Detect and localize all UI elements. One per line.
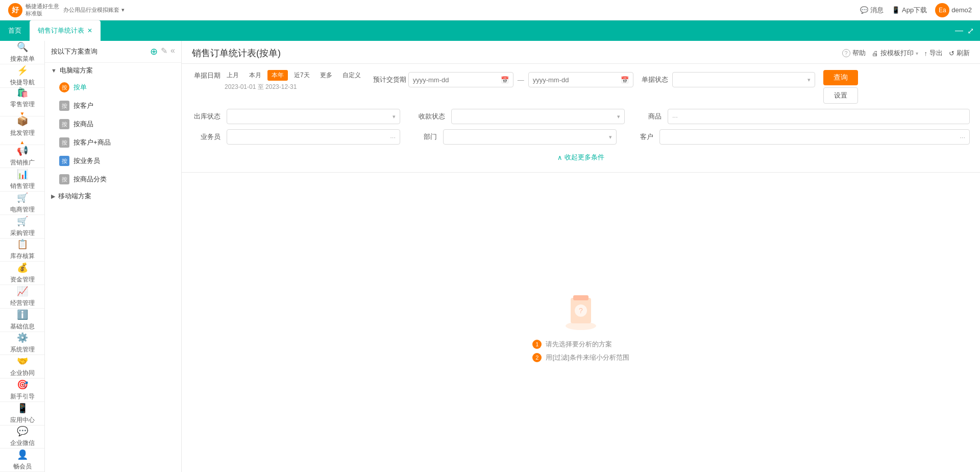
salesperson-label: 业务员: [192, 132, 220, 141]
export-btn[interactable]: ↑ 导出: [924, 49, 943, 58]
empty-hint-1: 1 请先选择要分析的方案: [532, 340, 629, 349]
sidebar-item-search-menu[interactable]: 🔍 搜索菜单: [0, 41, 44, 64]
left-panel-actions: ⊕ ✎ «: [150, 46, 175, 57]
print-icon: 🖨: [872, 50, 878, 57]
expected-date-end-field[interactable]: [533, 76, 619, 84]
collapse-panel-icon[interactable]: «: [170, 46, 175, 57]
maximize-icon[interactable]: ⤢: [967, 26, 974, 36]
product-input[interactable]: ···: [668, 109, 970, 124]
sidebar-item-purchase[interactable]: 🛒 采购管理: [0, 215, 44, 239]
empty-hints: 1 请先选择要分析的方案 2 用[过滤]条件来缩小分析范围: [532, 340, 629, 362]
sidebar: 🔍 搜索菜单 ⚡ 快捷导航 🛍️ 零售管理 ▼ 📦 批发管理 ▲ 📢 营销推广 …: [0, 41, 45, 472]
scheme-item-by-customer-product[interactable]: 按 按客户+商品: [45, 133, 181, 152]
add-scheme-icon[interactable]: ⊕: [150, 46, 158, 57]
wechat-icon: 💬: [17, 426, 28, 437]
scheme-item-by-product[interactable]: 按 按商品: [45, 115, 181, 133]
sidebar-item-enterprise-wechat[interactable]: 💬 企业微信: [0, 426, 44, 449]
setting-button[interactable]: 设置: [823, 87, 858, 104]
collapse-section: ∧ 收起更多条件: [192, 149, 970, 166]
app-download-btn[interactable]: 📱 App下载: [892, 6, 927, 15]
template-print-btn[interactable]: 🖨 按模板打印 ▾: [872, 49, 918, 58]
scheme-section-mobile[interactable]: ▶ 移动端方案: [45, 188, 181, 204]
app-icon: 📱: [892, 6, 900, 14]
expected-date-start-input[interactable]: 📅: [408, 72, 513, 87]
retail-icon: 🛍️: [17, 87, 28, 98]
collection-status-select[interactable]: ▾: [451, 109, 625, 124]
avatar: Ea: [935, 3, 949, 17]
date-btn-last-month[interactable]: 上月: [223, 70, 243, 81]
help-btn[interactable]: ? 帮助: [842, 49, 866, 58]
sidebar-item-finance[interactable]: 💰 资金管理: [0, 262, 44, 285]
collapse-up-icon: ∧: [557, 154, 562, 161]
product-dots: ···: [672, 113, 678, 121]
action-buttons-group: 查询 设置: [823, 70, 858, 104]
sidebar-item-retail-mgmt[interactable]: 🛍️ 零售管理 ▼: [0, 88, 44, 116]
company-select[interactable]: 办公用品行业模拟账套 ▾: [63, 6, 125, 14]
refresh-btn[interactable]: ↺ 刷新: [949, 49, 970, 58]
empty-state: ? 1 请先选择要分析的方案 2 用[过滤]条件来缩小分析范围: [182, 173, 980, 472]
scheme-section-pc[interactable]: ▼ 电脑端方案: [45, 63, 181, 78]
guide-icon: 🎯: [17, 379, 28, 390]
date-btn-more[interactable]: 更多: [316, 70, 336, 81]
section-arrow-icon: ▼: [51, 67, 57, 74]
scheme-item-by-salesperson[interactable]: 按 按业务员: [45, 152, 181, 170]
sidebar-item-ecommerce[interactable]: 🛒 电商管理: [0, 192, 44, 215]
minimize-icon[interactable]: —: [955, 26, 963, 35]
query-button[interactable]: 查询: [823, 70, 858, 85]
scheme-icon-by-customer: 按: [59, 101, 69, 111]
sidebar-item-sales-mgmt[interactable]: 📊 销售管理: [0, 168, 44, 192]
sidebar-item-new-user-guide[interactable]: 🎯 新手引导: [0, 379, 44, 402]
sidebar-item-enterprise-collab[interactable]: 🤝 企业协同: [0, 355, 44, 379]
date-options-group: 上月 本月 本年 近7天 更多 自定义: [223, 70, 365, 81]
customer-dots: ···: [960, 133, 965, 141]
print-arrow-icon: ▾: [916, 51, 918, 56]
expected-date-start-field[interactable]: [413, 76, 499, 84]
date-label: 单据日期: [192, 71, 220, 80]
scheme-icon-by-customer-product: 按: [59, 137, 69, 148]
tab-sales-order-stats[interactable]: 销售订单统计表 ✕: [30, 20, 101, 41]
logo-icon: 好: [8, 3, 22, 17]
tab-close-icon[interactable]: ✕: [87, 27, 92, 34]
sidebar-item-app-center[interactable]: 📱 应用中心: [0, 402, 44, 426]
date-btn-custom[interactable]: 自定义: [338, 70, 365, 81]
sidebar-item-wholesale-mgmt[interactable]: 📦 批发管理 ▲: [0, 116, 44, 145]
shipping-status-select[interactable]: ▾: [227, 109, 400, 124]
message-btn[interactable]: 💬 消息: [860, 6, 884, 15]
sidebar-item-member[interactable]: 👤 畅会员: [0, 449, 44, 472]
empty-illustration: ?: [555, 282, 606, 334]
date-btn-this-month[interactable]: 本月: [245, 70, 265, 81]
sidebar-item-system-mgmt[interactable]: ⚙️ 系统管理: [0, 332, 44, 356]
shipping-status-arrow-icon: ▾: [393, 113, 396, 120]
user-menu[interactable]: Ea demo2: [935, 3, 972, 17]
export-icon: ↑: [924, 50, 928, 57]
top-bar: 好 畅捷通好生意 标准版 办公用品行业模拟账套 ▾ 💬 消息 📱 App下载 E…: [0, 0, 980, 20]
expected-date-label: 预计交货期: [373, 75, 406, 84]
sidebar-item-operations[interactable]: 📈 经营管理: [0, 285, 44, 309]
hint-num-2: 2: [532, 353, 542, 362]
date-btn-this-year[interactable]: 本年: [267, 70, 288, 81]
sidebar-item-quick-nav[interactable]: ⚡ 快捷导航: [0, 64, 44, 88]
date-separator: —: [516, 76, 526, 84]
scheme-item-by-customer[interactable]: 按 按客户: [45, 97, 181, 115]
tab-home[interactable]: 首页: [0, 20, 30, 41]
filter-row-3: 业务员 ··· 部门 ▾ 客户 ···: [192, 129, 970, 145]
collapse-btn[interactable]: ∧ 收起更多条件: [549, 149, 612, 166]
scheme-item-by-order[interactable]: 按 按单: [45, 78, 181, 97]
scheme-icon-by-order: 按: [59, 82, 69, 92]
edit-scheme-icon[interactable]: ✎: [161, 46, 167, 57]
tab-bar: 首页 销售订单统计表 ✕ — ⤢: [0, 20, 980, 41]
scheme-item-by-product-category[interactable]: 按 按商品分类: [45, 170, 181, 188]
customer-input[interactable]: ···: [659, 129, 970, 145]
sidebar-item-marketing[interactable]: 📢 营销推广: [0, 145, 44, 169]
date-btn-last-7-days[interactable]: 近7天: [290, 70, 314, 81]
bill-status-select[interactable]: ▾: [672, 72, 815, 87]
expected-date-end-input[interactable]: 📅: [528, 72, 633, 87]
expected-date-group: 预计交货期 📅 — 📅: [373, 72, 633, 87]
department-select[interactable]: ▾: [443, 129, 617, 145]
ecommerce-icon: 🛒: [17, 192, 28, 203]
sidebar-item-basic-info[interactable]: ℹ️ 基础信息: [0, 309, 44, 332]
empty-hint-2: 2 用[过滤]条件来缩小分析范围: [532, 353, 629, 362]
salesperson-input[interactable]: ···: [227, 129, 400, 145]
message-icon: 💬: [860, 6, 868, 14]
sidebar-item-inventory[interactable]: 📋 库存核算: [0, 239, 44, 262]
